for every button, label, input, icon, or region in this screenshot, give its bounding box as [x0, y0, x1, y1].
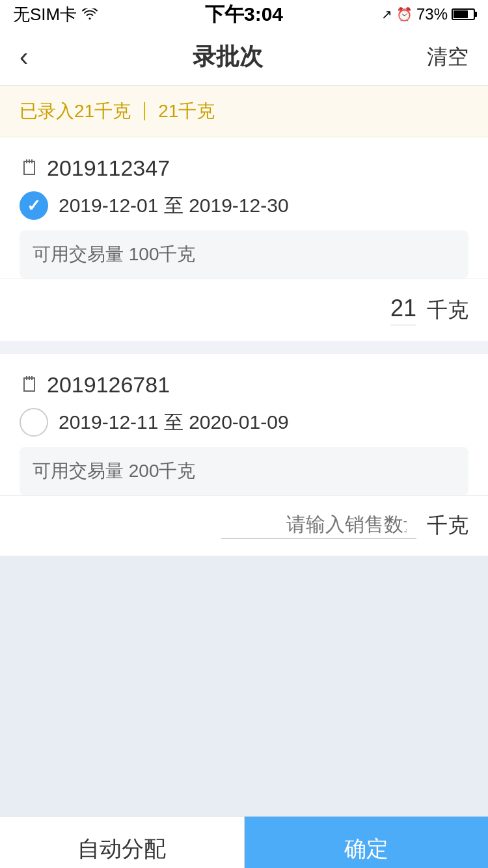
confirm-label: 确定	[344, 834, 388, 864]
summary-count: 21千克	[158, 99, 215, 124]
status-right: ↗ ⏰ 73%	[381, 5, 475, 23]
batch-1-date: 2019-12-01 至 2019-12-30	[59, 193, 289, 219]
batch-1-amount-row: 21 千克	[0, 278, 488, 341]
status-carrier: 无SIM卡	[13, 3, 98, 26]
batch-card-1-inner: 🗒 2019112347 2019-12-01 至 2019-12-30 可用交…	[0, 137, 488, 278]
batch-1-radio[interactable]	[20, 191, 48, 220]
bottom-buttons: 自动分配 确定	[0, 816, 488, 868]
status-time: 下午3:04	[205, 1, 283, 28]
summary-divider	[144, 102, 145, 120]
batch-2-availability: 可用交易量 200千克	[20, 447, 468, 495]
empty-space	[0, 556, 488, 816]
batch-2-unit: 千克	[427, 511, 468, 540]
back-button[interactable]: ‹	[20, 42, 28, 72]
batch-2-date-row: 2019-12-11 至 2020-01-09	[20, 408, 468, 437]
batch-2-id: 2019126781	[47, 372, 170, 398]
battery-percent: 73%	[416, 5, 448, 23]
batch-1-amount-underline: 21	[390, 295, 416, 325]
location-icon: ↗	[381, 7, 392, 22]
batch-2-input-wrapper[interactable]	[221, 513, 416, 539]
wifi-icon	[82, 5, 98, 25]
card-divider-1	[0, 341, 488, 354]
batch-1-availability: 可用交易量 100千克	[20, 230, 468, 278]
batch-1-icon: 🗒	[20, 156, 40, 180]
batch-2-id-row: 🗒 2019126781	[20, 372, 468, 398]
batch-2-radio[interactable]	[20, 408, 48, 437]
recorded-label: 已录入21千克	[20, 99, 131, 124]
clear-button[interactable]: 清空	[427, 43, 468, 72]
batch-card-2-inner: 🗒 2019126781 2019-12-11 至 2020-01-09 可用交…	[0, 354, 488, 495]
batch-card-1: 🗒 2019112347 2019-12-01 至 2019-12-30 可用交…	[0, 137, 488, 341]
summary-bar: 已录入21千克 21千克	[0, 86, 488, 137]
batch-card-2: 🗒 2019126781 2019-12-11 至 2020-01-09 可用交…	[0, 354, 488, 556]
batch-1-id: 2019112347	[47, 156, 170, 181]
confirm-button[interactable]: 确定	[245, 817, 489, 868]
batch-2-quantity-input[interactable]	[286, 513, 416, 536]
batch-1-id-row: 🗒 2019112347	[20, 156, 468, 181]
auto-distribute-label: 自动分配	[77, 834, 166, 864]
batch-1-unit: 千克	[427, 296, 468, 325]
batch-1-amount-value: 21	[390, 295, 416, 321]
battery-icon	[452, 8, 475, 20]
batch-1-date-row: 2019-12-01 至 2019-12-30	[20, 191, 468, 220]
content-area: 🗒 2019112347 2019-12-01 至 2019-12-30 可用交…	[0, 137, 488, 816]
auto-distribute-button[interactable]: 自动分配	[0, 817, 245, 868]
alarm-icon: ⏰	[396, 7, 413, 22]
status-bar: 无SIM卡 下午3:04 ↗ ⏰ 73%	[0, 0, 488, 29]
nav-bar: ‹ 录批次 清空	[0, 29, 488, 86]
batch-2-icon: 🗒	[20, 373, 40, 397]
batch-2-input-row: 千克	[0, 495, 488, 556]
page-title: 录批次	[193, 41, 263, 73]
carrier-text: 无SIM卡	[13, 3, 77, 26]
batch-2-date: 2019-12-11 至 2020-01-09	[59, 409, 289, 436]
